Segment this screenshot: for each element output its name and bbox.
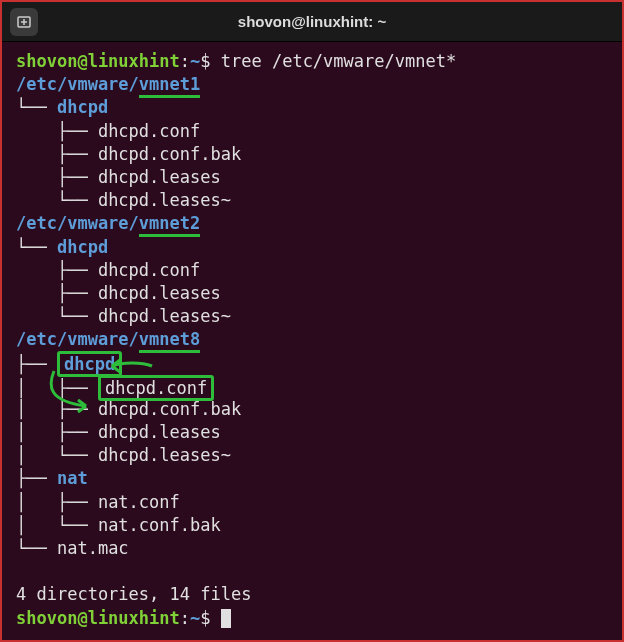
new-tab-icon (16, 14, 32, 30)
tree-line: │ ├── dhcpd.leases (16, 421, 608, 444)
prompt-user: shovon@linuxhint (16, 608, 180, 628)
prompt-line: shovon@linuxhint:~$ tree /etc/vmware/vmn… (16, 50, 608, 73)
tree-line: ├── dhcpd.conf (16, 259, 608, 282)
tree-line: ├── dhcpd.leases (16, 282, 608, 305)
blank-line (16, 560, 608, 583)
tree-root: /etc/vmware/vmnet2 (16, 212, 608, 235)
tree-line: ├── dhcpd (16, 351, 608, 374)
tree-line: │ └── dhcpd.leases~ (16, 444, 608, 467)
tree-line: └── dhcpd (16, 96, 608, 119)
tree-root: /etc/vmware/vmnet8 (16, 328, 608, 351)
tree-line: └── nat.mac (16, 537, 608, 560)
prompt-path: ~ (190, 51, 200, 71)
tree-line: │ └── nat.conf.bak (16, 514, 608, 537)
tree-line: ├── dhcpd.conf.bak (16, 143, 608, 166)
new-tab-button[interactable] (10, 8, 38, 36)
prompt-path: ~ (190, 608, 200, 628)
window-title: shovon@linuxhint: ~ (38, 13, 586, 30)
prompt-line-2: shovon@linuxhint:~$ (16, 607, 608, 630)
tree-line: └── dhcpd.leases~ (16, 305, 608, 328)
tree-line: ├── dhcpd.leases (16, 166, 608, 189)
prompt-command: tree /etc/vmware/vmnet* (221, 51, 456, 71)
dhcpd-conf-highlighted: dhcpd.conf (98, 375, 214, 401)
titlebar: shovon@linuxhint: ~ (2, 2, 622, 42)
tree-line: └── dhcpd.leases~ (16, 189, 608, 212)
vmnet8-dir: vmnet8 (139, 329, 200, 353)
tree-line: └── dhcpd (16, 236, 608, 259)
dhcpd-highlighted: dhcpd (57, 351, 122, 377)
tree-line: ├── nat (16, 467, 608, 490)
terminal-output[interactable]: shovon@linuxhint:~$ tree /etc/vmware/vmn… (2, 42, 622, 640)
prompt-user: shovon@linuxhint (16, 51, 180, 71)
summary-line: 4 directories, 14 files (16, 583, 608, 606)
cursor (221, 609, 231, 628)
vmnet1-dir: vmnet1 (139, 74, 200, 98)
tree-line: ├── dhcpd.conf (16, 120, 608, 143)
tree-line: │ ├── dhcpd.conf.bak (16, 398, 608, 421)
tree-root: /etc/vmware/vmnet1 (16, 73, 608, 96)
tree-line: │ ├── nat.conf (16, 491, 608, 514)
vmnet2-dir: vmnet2 (139, 213, 200, 237)
tree-line: │ ├── dhcpd.conf (16, 375, 608, 398)
